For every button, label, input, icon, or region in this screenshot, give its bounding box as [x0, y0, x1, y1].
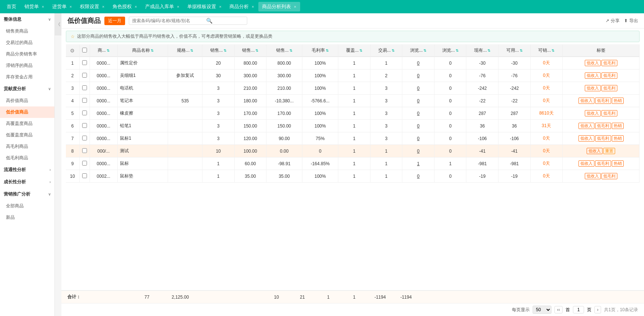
- nav-purchase[interactable]: 进货单 ×: [48, 2, 76, 11]
- row-checkbox[interactable]: [82, 161, 87, 166]
- row-checkbox[interactable]: [82, 111, 87, 115]
- margin-column-header[interactable]: 毛利率⇅: [302, 44, 338, 57]
- current-stock-column-header[interactable]: 现有...⇅: [466, 44, 499, 57]
- sidebar-item-high-value[interactable]: 高价值商品: [0, 95, 54, 106]
- row-current-stock: -22: [466, 95, 499, 107]
- first-page-button[interactable]: ‹‹: [554, 306, 563, 313]
- sidebar-section-growth[interactable]: 成长性分析 ›: [0, 176, 54, 188]
- pagination-area: 每页显示 50 100 ‹‹ 首 页 › 共1页，10条记录: [61, 303, 644, 316]
- page-number-input[interactable]: [573, 306, 584, 313]
- browse-link[interactable]: 1: [417, 161, 420, 166]
- row-checkbox[interactable]: [82, 136, 87, 140]
- browse-link[interactable]: 0: [417, 174, 420, 179]
- sidebar-item-new-products[interactable]: 新品: [0, 212, 54, 223]
- row-coverage: 1: [338, 120, 370, 132]
- sidebar-collapse-button[interactable]: 《: [55, 13, 61, 35]
- row-index: 8: [66, 145, 79, 157]
- row-tags: 低收入低毛利热销: [563, 95, 640, 107]
- sidebar-section-contribution[interactable]: 贡献度分析 ∨: [0, 83, 54, 95]
- browse-link[interactable]: 0: [417, 86, 420, 91]
- sidebar-item-low-value[interactable]: 低价值商品: [0, 106, 54, 118]
- code-column-header[interactable]: 商...⇅: [90, 44, 117, 57]
- settings-icon[interactable]: ⚙: [70, 48, 75, 54]
- page-size-select[interactable]: 50 100: [533, 306, 551, 314]
- sellable-days-column-header[interactable]: 可销...⇅: [530, 44, 563, 57]
- sidebar-item-traded-products[interactable]: 交易过的商品: [0, 37, 54, 48]
- sidebar-section-marketing[interactable]: 营销推广分析 ∨: [0, 188, 54, 200]
- share-button[interactable]: ↗ 分享: [606, 18, 620, 24]
- browse-link[interactable]: 0: [417, 136, 420, 141]
- settings-column-header[interactable]: ⚙: [66, 44, 79, 57]
- row-current-stock: -30: [466, 57, 499, 69]
- row-tags: 低收入低毛利热销: [563, 120, 640, 132]
- sidebar-item-low-coverage[interactable]: 低覆盖度商品: [0, 129, 54, 141]
- sidebar-item-category-sales-rate[interactable]: 商品分类销售率: [0, 48, 54, 60]
- sidebar-item-high-coverage[interactable]: 高覆盖度商品: [0, 118, 54, 129]
- sidebar-item-sales-products[interactable]: 销售类商品: [0, 26, 54, 37]
- transaction-column-header[interactable]: 交易...⇅: [370, 44, 402, 57]
- page-suffix: 页: [587, 307, 591, 313]
- select-all-checkbox[interactable]: [82, 48, 87, 52]
- close-icon[interactable]: ×: [219, 4, 221, 9]
- sidebar-section-overall[interactable]: 整体信息 ∨: [0, 13, 54, 26]
- row-spec: [168, 157, 202, 170]
- export-button[interactable]: ⬆ 导出: [624, 18, 638, 24]
- sidebar-item-all-products[interactable]: 全部商品: [0, 200, 54, 212]
- row-checkbox[interactable]: [82, 148, 87, 153]
- browse1-column-header[interactable]: 浏览...⇅: [402, 44, 435, 57]
- close-icon[interactable]: ×: [177, 4, 179, 9]
- row-spec: [168, 82, 202, 95]
- row-sales1: 1: [202, 170, 235, 183]
- coverage-column-header[interactable]: 覆盖...⇅: [338, 44, 370, 57]
- nav-product-in[interactable]: 产成品入库单 ×: [141, 2, 183, 11]
- browse-link[interactable]: 0: [417, 123, 420, 129]
- nav-home[interactable]: 首页: [3, 2, 20, 11]
- table-header-row: ⚙ 商...⇅ 商品名称⇅ 规格...⇅ 销售...⇅ 销售...⇅ 销售...…: [66, 44, 640, 57]
- sales1-column-header[interactable]: 销售...⇅: [202, 44, 235, 57]
- nav-template[interactable]: 单据模板设置 ×: [184, 2, 225, 11]
- row-checkbox[interactable]: [82, 85, 87, 90]
- sales2-column-header[interactable]: 销售...⇅: [234, 44, 266, 57]
- nav-product-analysis-list[interactable]: 商品分析列表 ×: [258, 2, 300, 11]
- close-icon[interactable]: ×: [252, 4, 254, 9]
- nav-sales[interactable]: 销货单 ×: [21, 2, 48, 11]
- filter-recent-month-button[interactable]: 近一月: [104, 17, 125, 25]
- nav-product-analysis[interactable]: 商品分析 ×: [226, 2, 258, 11]
- row-sales3: -10,380...: [266, 95, 302, 107]
- close-icon[interactable]: ×: [42, 4, 44, 9]
- sidebar-item-inventory-capital[interactable]: 库存资金占用: [0, 71, 54, 83]
- row-spec: [168, 120, 202, 132]
- browse2-column-header[interactable]: 浏览...⇅: [434, 44, 466, 57]
- browse-link[interactable]: 0: [417, 98, 420, 103]
- next-page-button[interactable]: ›: [594, 306, 601, 313]
- row-checkbox[interactable]: [82, 60, 87, 65]
- browse-link[interactable]: 0: [417, 61, 420, 66]
- close-icon[interactable]: ×: [102, 4, 104, 9]
- row-transaction: 3: [370, 82, 402, 95]
- row-checkbox[interactable]: [82, 173, 87, 178]
- row-checkbox[interactable]: [82, 123, 87, 128]
- available-stock-column-header[interactable]: 可用...⇅: [499, 44, 531, 57]
- name-column-header[interactable]: 商品名称⇅: [117, 44, 168, 57]
- row-name: 铅笔1: [117, 120, 168, 132]
- sort-icon: ⇅: [289, 48, 292, 52]
- row-checkbox[interactable]: [82, 98, 87, 103]
- browse-link[interactable]: 0: [417, 73, 420, 78]
- sidebar-section-circulation[interactable]: 流通性分析 ›: [0, 164, 54, 176]
- search-input[interactable]: [132, 18, 206, 23]
- nav-role[interactable]: 角色授权 ×: [109, 2, 141, 11]
- browse-link[interactable]: 0: [417, 111, 420, 116]
- sidebar-item-low-margin[interactable]: 低毛利商品: [0, 152, 54, 164]
- sidebar-item-high-margin[interactable]: 高毛利商品: [0, 141, 54, 152]
- close-icon[interactable]: ×: [294, 4, 296, 9]
- spec-column-header[interactable]: 规格...⇅: [168, 44, 202, 57]
- search-icon[interactable]: 🔍: [206, 18, 212, 24]
- row-tags: 低收入低毛利: [563, 69, 640, 82]
- row-checkbox[interactable]: [82, 73, 87, 78]
- browse-link[interactable]: 0: [417, 149, 420, 154]
- close-icon[interactable]: ×: [70, 4, 72, 9]
- close-icon[interactable]: ×: [135, 4, 137, 9]
- sidebar-item-slow-products[interactable]: 滞销序的商品: [0, 60, 54, 71]
- sales3-column-header[interactable]: 销售...⇅: [266, 44, 302, 57]
- nav-permission[interactable]: 权限设置 ×: [76, 2, 108, 11]
